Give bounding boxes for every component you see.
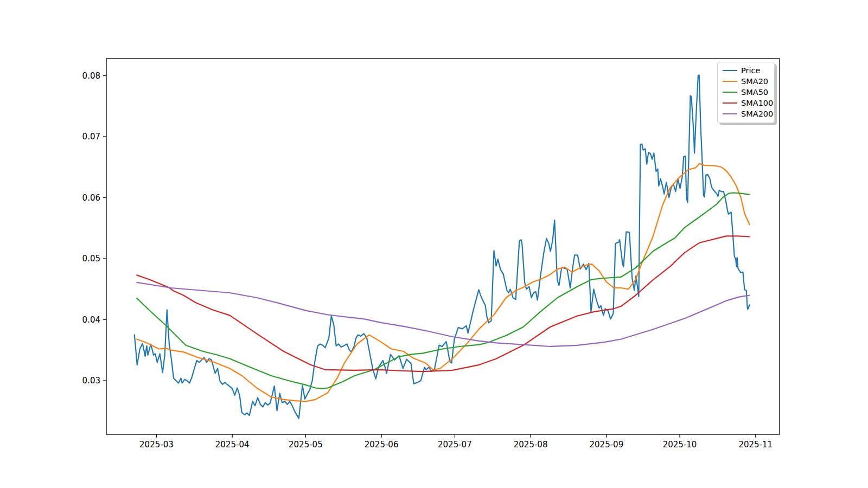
legend-item-sma20: SMA20: [723, 76, 769, 87]
price-line-swatch: [723, 70, 737, 71]
x-tick-label: 2025-06: [365, 440, 399, 450]
sma20-line-swatch: [723, 81, 737, 82]
y-tick-label: 0.03: [82, 376, 100, 386]
legend-item-sma200: SMA200: [723, 108, 769, 119]
x-tick-label: 2025-10: [663, 440, 697, 450]
x-tick-label: 2025-11: [738, 440, 773, 450]
y-tick-label: 0.05: [82, 254, 100, 264]
legend-label: Price: [741, 66, 760, 75]
x-tick-label: 2025-09: [590, 440, 624, 450]
legend-item-sma100: SMA100: [723, 98, 769, 108]
legend-item-price: Price: [723, 65, 769, 76]
legend: Price SMA20 SMA50 SMA100 SMA200: [717, 62, 775, 123]
x-tick-label: 2025-03: [139, 440, 174, 450]
y-tick-label: 0.04: [82, 315, 100, 325]
sma200-line-swatch: [723, 113, 737, 114]
x-tick-label: 2025-04: [215, 440, 250, 450]
legend-item-sma50: SMA50: [723, 87, 769, 98]
y-tick-label: 0.06: [82, 193, 100, 203]
y-tick-label: 0.07: [82, 132, 100, 142]
sma100-line-swatch: [723, 102, 737, 104]
legend-label: SMA100: [741, 99, 773, 107]
series-line-sma100: [137, 236, 749, 371]
chart-figure: 2025-032025-042025-052025-062025-072025-…: [0, 0, 868, 488]
x-tick-label: 2025-07: [438, 440, 472, 450]
legend-label: SMA20: [741, 77, 768, 86]
legend-label: SMA200: [741, 110, 773, 118]
x-tick-label: 2025-05: [289, 440, 323, 450]
series-line-sma20: [137, 164, 749, 402]
legend-label: SMA50: [741, 88, 768, 97]
axes-frame: [106, 59, 780, 434]
y-tick-label: 0.08: [82, 71, 100, 81]
sma50-line-swatch: [723, 92, 737, 93]
x-tick-label: 2025-08: [514, 440, 548, 450]
